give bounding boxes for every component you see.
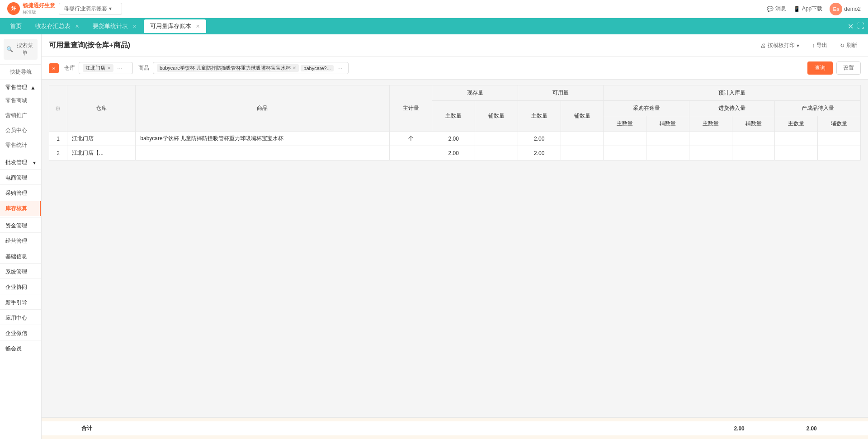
footer-empty-5 (830, 421, 868, 435)
th-current-stock: 现存量 (432, 85, 518, 101)
table-settings-icon[interactable]: ⚙ (55, 105, 61, 112)
sidebar-section-header-zero-retail[interactable]: 零售管理 ▲ (0, 80, 41, 93)
divider-10 (0, 294, 41, 294)
industry-select[interactable]: 母婴行业演示账套 ▾ (59, 3, 122, 15)
divider-12 (0, 325, 41, 325)
sidebar-section-header-operation[interactable]: 经营管理 (0, 234, 41, 247)
chevron-icon: ▲ (30, 85, 36, 91)
sidebar: 🔍 搜索菜单 快捷导航 零售管理 ▲ 零售商城 营销推广 会员中心 零售统计 批… (0, 34, 42, 439)
content-area: 可用量查询(按仓库+商品) 🖨 按模板打印 ▾ ↑ 导出 ↻ 刷新 (42, 34, 868, 439)
sidebar-section-header-enterprise[interactable]: 企业协同 (0, 280, 41, 293)
cell-available-aux (561, 132, 604, 146)
tab-shoufacun[interactable]: 收发存汇总表 ✕ (29, 19, 85, 33)
tab-yaohuo-close[interactable]: ✕ (132, 24, 137, 29)
divider-3 (0, 184, 41, 185)
th-current-aux: 辅数量 (475, 101, 518, 132)
expand-icon: » (52, 65, 56, 71)
tab-shoufacun-label: 收发存汇总表 (35, 22, 71, 30)
sidebar-item-zero-mall[interactable]: 零售商城 (0, 93, 41, 108)
settings-button[interactable]: 设置 (836, 61, 861, 75)
cell-product: babycare学饮杯 儿童防摔防撞吸管杯重力球吸嘴杯宝宝水杯 (136, 132, 389, 146)
page-header: 可用量查询(按仓库+商品) 🖨 按模板打印 ▾ ↑ 导出 ↻ 刷新 (42, 34, 868, 57)
cell-available-aux (561, 146, 604, 160)
sidebar-item-marketing[interactable]: 营销推广 (0, 108, 41, 123)
sidebar-section-header-basic[interactable]: 基础信息 (0, 249, 41, 262)
table-row: 1 江北门店 babycare学饮杯 儿童防摔防撞吸管杯重力球吸嘴杯宝宝水杯 个… (49, 132, 861, 146)
footer-empty-1 (42, 421, 60, 435)
product-more-icon[interactable]: ··· (335, 65, 344, 72)
query-button[interactable]: 查询 (807, 61, 833, 75)
th-available-main: 主数量 (518, 101, 561, 132)
sidebar-section-header-wholesale[interactable]: 批发管理 ▾ (0, 155, 41, 168)
cell-pt-main (604, 146, 646, 160)
footer-table: 合计 2.00 2.00 (42, 421, 868, 435)
tab-keyongliang[interactable]: 可用量库存账本 ✕ (144, 19, 206, 33)
product-filter: 商品 babycare学饮杯 儿童防摔防撞吸管杯重力球吸嘴杯宝宝水杯 ✕ bab… (138, 62, 349, 74)
cell-current-aux (475, 146, 518, 160)
message-button[interactable]: 💬 消息 (767, 5, 786, 13)
sidebar-item-inventory[interactable]: 库存核算 (0, 201, 41, 216)
sidebar-section-header-finance[interactable]: 资金管理 (0, 218, 41, 231)
refresh-button[interactable]: ↻ 刷新 (836, 40, 861, 51)
filter-actions: 查询 设置 (807, 61, 861, 75)
username: demo2 (844, 6, 861, 12)
tab-keyongliang-close[interactable]: ✕ (196, 24, 200, 29)
logo-text-block: 畅捷通好生意 标准版 (23, 2, 55, 15)
sidebar-section-header-purchase[interactable]: 采购管理 (0, 186, 41, 199)
window-close-icon[interactable]: ✕ (848, 22, 854, 31)
tab-controls: ✕ ⛶ (848, 22, 864, 31)
warehouse-label: 仓库 (64, 64, 75, 72)
product-tag-1: babycare学饮杯 儿童防摔防撞吸管杯重力球吸嘴杯宝宝水杯 ✕ (157, 64, 299, 72)
footer-empty-4 (757, 421, 793, 435)
logo-area: 好 畅捷通好生意 标准版 (7, 2, 55, 15)
window-maximize-icon[interactable]: ⛶ (857, 22, 864, 30)
sidebar-section-header-appcenter[interactable]: 应用中心 (0, 311, 41, 324)
sidebar-section-header-ecommerce[interactable]: 电商管理 (0, 170, 41, 184)
print-label: 按模板打印 (768, 42, 795, 49)
th-inbound-pending: 进货待入量 (689, 101, 775, 116)
warehouse-tag: 江北门店 ✕ (83, 64, 113, 72)
th-settings: ⚙ (49, 85, 67, 132)
tab-yaohuo[interactable]: 要货单统计表 ✕ (86, 19, 143, 33)
filter-expand-button[interactable]: » (49, 63, 59, 73)
divider-1 (0, 154, 41, 154)
top-bar-right: 💬 消息 📱 App下载 Ea demo2 (767, 3, 861, 15)
cell-warehouse: 江北门店【... (67, 146, 136, 160)
sidebar-section-header-newguide[interactable]: 新手引导 (0, 295, 41, 308)
product-tag-1-close[interactable]: ✕ (292, 66, 296, 71)
divider-6 (0, 232, 41, 233)
th-available: 可用量 (518, 85, 604, 101)
warehouse-input[interactable]: 江北门店 ✕ ··· (79, 62, 133, 74)
user-profile[interactable]: Ea demo2 (830, 3, 861, 15)
th-purchase-transit: 采购在途量 (604, 101, 689, 116)
cell-unit: 个 (389, 132, 432, 146)
export-button[interactable]: ↑ 导出 (808, 40, 831, 51)
tab-home[interactable]: 首页 (4, 19, 28, 33)
sidebar-item-zero-stats[interactable]: 零售统计 (0, 138, 41, 153)
app-download-button[interactable]: 📱 App下载 (793, 5, 822, 13)
th-pp-main: 主数量 (775, 116, 818, 132)
product-input[interactable]: babycare学饮杯 儿童防摔防撞吸管杯重力球吸嘴杯宝宝水杯 ✕ babyca… (153, 62, 349, 74)
tab-shoufacun-close[interactable]: ✕ (75, 24, 79, 29)
warehouse-more-icon[interactable]: ··· (115, 65, 124, 72)
th-unit: 主计量 (389, 85, 432, 132)
sidebar-section-header-member[interactable]: 畅会员 (0, 341, 41, 354)
refresh-label: 刷新 (846, 42, 857, 49)
export-label: 导出 (816, 42, 827, 49)
cell-pt-main (604, 132, 646, 146)
sidebar-section-header-wechat[interactable]: 企业微信 (0, 326, 41, 339)
product-label: 商品 (138, 64, 149, 72)
search-menu-button[interactable]: 🔍 搜索菜单 (4, 39, 38, 60)
logo-text: 畅捷通好生意 (23, 2, 55, 9)
app-label: App下载 (802, 5, 822, 13)
warehouse-tag-close[interactable]: ✕ (107, 66, 111, 71)
sidebar-item-quick-nav[interactable]: 快捷导航 (0, 65, 41, 80)
print-template-button[interactable]: 🖨 按模板打印 ▾ (757, 40, 803, 51)
divider-5 (0, 217, 41, 217)
main-layout: 🔍 搜索菜单 快捷导航 零售管理 ▲ 零售商城 营销推广 会员中心 零售统计 批… (0, 34, 868, 439)
divider-7 (0, 248, 41, 248)
sidebar-section-header-system[interactable]: 系统管理 (0, 264, 41, 278)
sidebar-item-member-center[interactable]: 会员中心 (0, 123, 41, 138)
cell-ip-main (689, 146, 732, 160)
cell-pp-aux (818, 146, 861, 160)
